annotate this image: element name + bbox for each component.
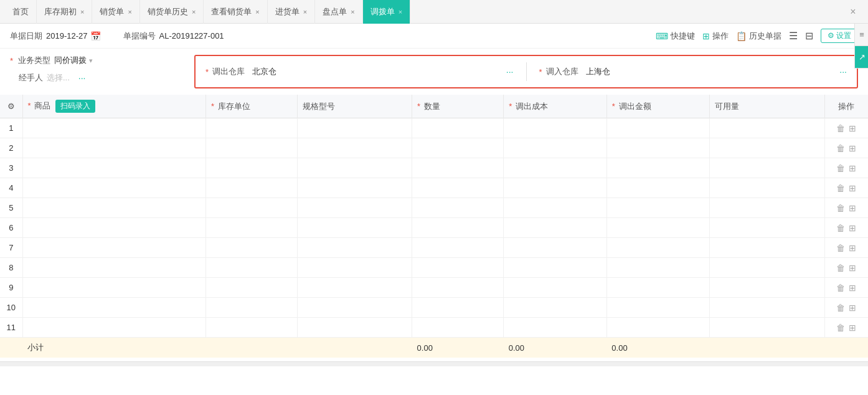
row-available-9[interactable] [710,278,824,298]
copy-icon-7[interactable]: ⊞ [849,243,856,253]
row-product-10[interactable] [22,298,205,318]
tab-stocktake[interactable]: 盘点单 × [315,0,362,24]
handler-more-icon[interactable]: ··· [78,73,86,83]
row-spec-2[interactable] [298,138,412,158]
tab-home[interactable]: 首页 [5,0,37,24]
row-spec-5[interactable] [298,198,412,218]
row-cost-2[interactable] [504,138,607,158]
row-amount-7[interactable] [606,238,710,258]
bottom-scrollbar[interactable] [0,361,868,366]
row-available-1[interactable] [710,118,824,138]
tab-sales-order[interactable]: 销货单 × [92,0,139,24]
row-available-6[interactable] [710,218,824,238]
copy-icon-9[interactable]: ⊞ [849,283,856,293]
row-cost-11[interactable] [504,318,607,338]
row-amount-2[interactable] [606,138,710,158]
row-cost-8[interactable] [504,258,607,278]
row-available-11[interactable] [710,318,824,338]
row-unit-3[interactable] [205,158,297,178]
row-spec-4[interactable] [298,178,412,198]
row-spec-9[interactable] [298,278,412,298]
row-qty-11[interactable] [412,318,504,338]
shortcut-button[interactable]: ⌨ 快捷键 [656,31,695,42]
tab-sales-order-close[interactable]: × [128,8,131,16]
row-spec-3[interactable] [298,158,412,178]
tab-view-sales[interactable]: 查看销货单 × [204,0,267,24]
row-cost-4[interactable] [504,178,607,198]
row-qty-5[interactable] [412,198,504,218]
delete-icon-5[interactable]: 🗑 [836,203,845,213]
delete-icon-10[interactable]: 🗑 [836,303,845,313]
row-unit-9[interactable] [205,278,297,298]
row-unit-1[interactable] [205,118,297,138]
tab-sales-history-close[interactable]: × [192,8,196,16]
row-available-5[interactable] [710,198,824,218]
calendar-icon[interactable]: 📅 [90,31,101,41]
handler-select[interactable]: 选择... [47,72,70,83]
row-available-8[interactable] [710,258,824,278]
row-spec-11[interactable] [298,318,412,338]
tab-transfer-close[interactable]: × [399,8,402,16]
row-amount-9[interactable] [606,278,710,298]
copy-icon-6[interactable]: ⊞ [849,223,856,233]
row-unit-2[interactable] [205,138,297,158]
row-product-1[interactable] [22,118,205,138]
row-spec-7[interactable] [298,238,412,258]
row-amount-8[interactable] [606,258,710,278]
delete-icon-1[interactable]: 🗑 [836,123,845,133]
layout2-button[interactable]: ⊟ [805,30,813,42]
delete-icon-2[interactable]: 🗑 [836,143,845,153]
row-spec-1[interactable] [298,118,412,138]
row-unit-6[interactable] [205,218,297,238]
side-panel-list[interactable]: ≡ [855,24,868,46]
copy-icon-11[interactable]: ⊞ [849,323,856,333]
row-amount-1[interactable] [606,118,710,138]
row-product-7[interactable] [22,238,205,258]
transfer-out-more-icon[interactable]: ··· [506,67,514,77]
tab-inventory-init-close[interactable]: × [80,8,84,16]
row-amount-10[interactable] [606,298,710,318]
tab-transfer[interactable]: 调拨单 × [363,0,410,24]
copy-icon-8[interactable]: ⊞ [849,263,856,273]
copy-icon-10[interactable]: ⊞ [849,303,856,313]
row-qty-1[interactable] [412,118,504,138]
row-qty-7[interactable] [412,238,504,258]
row-cost-7[interactable] [504,238,607,258]
row-amount-5[interactable] [606,198,710,218]
row-qty-4[interactable] [412,178,504,198]
row-amount-11[interactable] [606,318,710,338]
row-product-5[interactable] [22,198,205,218]
row-cost-5[interactable] [504,198,607,218]
operation-button[interactable]: ⊞ 操作 [702,31,729,42]
th-gear[interactable]: ⚙ [0,95,22,118]
tab-stocktake-close[interactable]: × [351,8,354,16]
row-product-11[interactable] [22,318,205,338]
window-close-button[interactable]: × [843,2,863,22]
row-qty-2[interactable] [412,138,504,158]
copy-icon-1[interactable]: ⊞ [849,123,856,133]
copy-icon-5[interactable]: ⊞ [849,203,856,213]
side-panel-expand[interactable]: ↗ [855,46,868,69]
row-cost-10[interactable] [504,298,607,318]
row-qty-10[interactable] [412,298,504,318]
delete-icon-4[interactable]: 🗑 [836,183,845,193]
row-amount-4[interactable] [606,178,710,198]
row-spec-6[interactable] [298,218,412,238]
delete-icon-11[interactable]: 🗑 [836,323,845,333]
tab-view-sales-close[interactable]: × [255,8,259,16]
delete-icon-8[interactable]: 🗑 [836,263,845,273]
delete-icon-7[interactable]: 🗑 [836,243,845,253]
business-type-select[interactable]: 同价调拨 ▾ [54,55,93,66]
tab-sales-history[interactable]: 销货单历史 × [140,0,204,24]
scan-button[interactable]: 扫码录入 [55,100,95,113]
row-cost-3[interactable] [504,158,607,178]
row-unit-10[interactable] [205,298,297,318]
row-product-3[interactable] [22,158,205,178]
tab-purchase-close[interactable]: × [303,8,307,16]
delete-icon-3[interactable]: 🗑 [836,163,845,173]
tab-purchase[interactable]: 进货单 × [268,0,315,24]
row-available-10[interactable] [710,298,824,318]
tab-inventory-init[interactable]: 库存期初 × [37,0,92,24]
row-spec-10[interactable] [298,298,412,318]
delete-icon-6[interactable]: 🗑 [836,223,845,233]
